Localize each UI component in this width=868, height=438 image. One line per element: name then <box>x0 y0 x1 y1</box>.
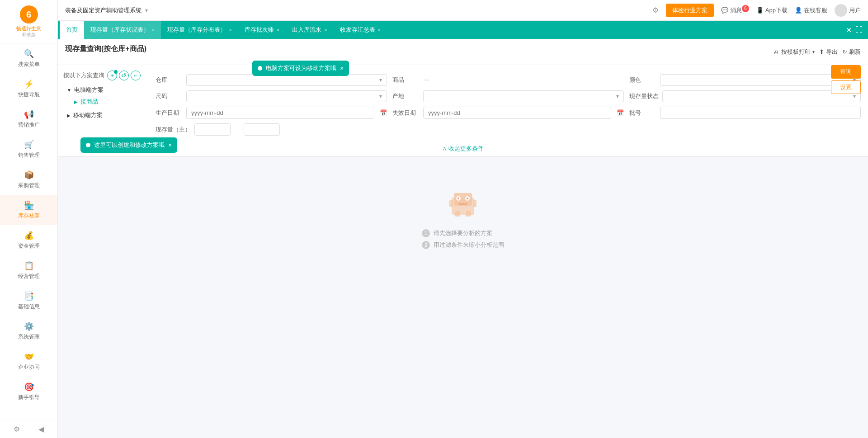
filter-stock-status: 现存量状态 ▾ <box>629 90 861 102</box>
desktop-scheme-group[interactable]: ▼ 电脑端方案 <box>63 84 142 96</box>
close-all-tabs-btn[interactable]: ✕ <box>846 26 852 34</box>
filter-stock-qty: 现存量（主） — <box>156 123 389 136</box>
batch-input[interactable] <box>660 107 861 119</box>
scheme-header: 按以下方案查询 + ↺ ← <box>63 71 142 80</box>
basicinfo-icon: 📑 <box>24 291 34 301</box>
sidebar: 6 畅通好生意 标准版 🔍 搜索菜单 ⚡ 快捷导航 📢 营销推广 🛒 销售管理 … <box>0 0 58 438</box>
expiry-date-calendar-icon[interactable]: 📅 <box>617 109 624 116</box>
sidebar-item-search[interactable]: 🔍 搜索菜单 <box>0 43 57 74</box>
header-right: 💬 消息 6 📱 App下载 👤 在线客服 用户 <box>721 4 861 17</box>
tab-inventory-batch[interactable]: 库存批次账 × <box>238 21 286 39</box>
settings-btn[interactable]: 设置 <box>831 80 861 94</box>
tab-inventory-status[interactable]: 现存量（库存状况表） × <box>84 21 161 39</box>
sidebar-settings-btn[interactable]: ⚙ <box>14 425 20 433</box>
svg-rect-9 <box>455 211 460 217</box>
refresh-icon: ↻ <box>842 48 847 55</box>
sidebar-item-operation[interactable]: 📋 经营管理 <box>0 255 57 286</box>
tooltip-dot-1 <box>258 66 262 71</box>
stock-qty-max-input[interactable] <box>244 123 280 136</box>
enterprise-icon: 🤝 <box>24 352 34 362</box>
sidebar-item-guide[interactable]: 🎯 新手引导 <box>0 377 57 407</box>
filter-row-4: 现存量（主） — <box>156 123 861 136</box>
print-btn[interactable]: 🖨 按模板打印 ▾ <box>774 48 815 56</box>
purchase-icon: 📦 <box>24 170 34 180</box>
filter-wrapper: 按以下方案查询 + ↺ ← <box>58 65 868 141</box>
system-icon: ⚙️ <box>24 321 34 331</box>
trial-btn[interactable]: 体验行业方案 <box>666 4 714 17</box>
service-icon: 👤 <box>795 7 802 14</box>
header-settings-icon[interactable]: ⚙ <box>652 6 659 14</box>
filter-add-btns: + ↺ ← <box>107 71 141 80</box>
filter-production-date: 生产日期 📅 <box>156 107 387 119</box>
user-area[interactable]: 用户 <box>835 4 861 17</box>
sidebar-item-purchase[interactable]: 📦 采购管理 <box>0 165 57 195</box>
tab-close-receipt-summary[interactable]: × <box>378 27 381 33</box>
sidebar-item-inventory[interactable]: 🏪 库存核算 <box>0 195 57 225</box>
sidebar-item-system[interactable]: ⚙️ 系统管理 <box>0 316 57 346</box>
system-name: 装备及固定资产辅助管理系统 <box>65 6 142 14</box>
add-scheme-btn[interactable]: + <box>107 71 117 80</box>
export-btn[interactable]: ⬆ 导出 <box>819 48 838 56</box>
tooltip-create-scheme: 这里可以创建和修改方案哦 × <box>80 137 177 153</box>
phone-icon: 📱 <box>756 7 764 14</box>
range-dash: — <box>234 126 240 133</box>
logo-area: 6 畅通好生意 标准版 <box>0 0 57 43</box>
search-icon: 🔍 <box>24 49 34 59</box>
fullscreen-btn[interactable]: ⛶ <box>855 26 863 34</box>
page-content: 现存量查询(按仓库+商品) 🖨 按模板打印 ▾ ⬆ 导出 ↻ 刷新 <box>58 39 868 438</box>
filter-product: 商品 ··· <box>392 76 624 84</box>
production-date-input[interactable] <box>186 107 374 119</box>
search-btn[interactable]: 查询 <box>831 65 861 79</box>
tab-close-inventory-batch[interactable]: × <box>277 27 279 33</box>
sidebar-item-quick-nav[interactable]: ⚡ 快捷导航 <box>0 74 57 104</box>
tab-close-inventory-status[interactable]: × <box>152 27 155 33</box>
main-area: 装备及固定资产辅助管理系统 ▾ ⚙ 体验行业方案 💬 消息 6 📱 App下载 … <box>58 0 868 438</box>
expiry-date-input[interactable] <box>423 107 611 119</box>
top-header: 装备及固定资产辅助管理系统 ▾ ⚙ 体验行业方案 💬 消息 6 📱 App下载 … <box>58 0 868 21</box>
tab-close-inventory-dist[interactable]: × <box>229 27 231 33</box>
sidebar-item-finance[interactable]: 💰 资金管理 <box>0 225 57 255</box>
sidebar-item-sales[interactable]: 🛒 销售管理 <box>0 134 57 165</box>
mobile-scheme-group[interactable]: ▶ 移动端方案 <box>63 109 142 121</box>
system-dropdown-arrow[interactable]: ▾ <box>145 7 148 14</box>
sidebar-item-marketing[interactable]: 📢 营销推广 <box>0 104 57 134</box>
filter-rows: 仓库 ▾ 商品 ··· 颜色 <box>156 74 861 136</box>
sidebar-item-basic-info[interactable]: 📑 基础信息 <box>0 286 57 316</box>
stock-qty-min-input[interactable] <box>194 123 231 136</box>
filter-batch: 批号 <box>629 107 861 119</box>
desktop-scheme-item-0[interactable]: ▶ 接商品 <box>71 96 142 108</box>
warehouse-select-arrow: ▾ <box>379 77 382 83</box>
tab-home[interactable]: 首页 <box>60 21 84 39</box>
tab-receipt-summary[interactable]: 收发存汇总表 × <box>334 21 387 39</box>
size-select[interactable]: ▾ <box>186 90 387 102</box>
filter-size: 尺码 ▾ <box>156 90 387 102</box>
back-scheme-btn[interactable]: ← <box>131 71 141 80</box>
size-select-arrow: ▾ <box>379 93 382 99</box>
empty-icon <box>445 184 481 220</box>
message-btn[interactable]: 💬 消息 6 <box>721 6 749 14</box>
message-badge: 6 <box>742 5 749 12</box>
marketing-icon: 📢 <box>24 109 34 119</box>
origin-select[interactable]: ▾ <box>423 90 624 102</box>
refresh-btn[interactable]: ↻ 刷新 <box>842 48 861 56</box>
production-date-calendar-icon[interactable]: 📅 <box>380 109 387 116</box>
tooltip-scheme: 电脑方案可设为移动方案哦 × <box>252 61 349 76</box>
empty-step-2: 2 用过滤条件来缩小分析范围 <box>422 239 504 251</box>
refresh-scheme-btn[interactable]: ↺ <box>119 71 129 80</box>
app-download-btn[interactable]: 📱 App下载 <box>756 6 788 14</box>
desktop-scheme-arrow: ▼ <box>67 88 71 93</box>
tab-inventory-dist[interactable]: 现存量（库存分布表） × <box>161 21 238 39</box>
tooltip2-close-btn[interactable]: × <box>168 141 172 149</box>
tooltip1-close-btn[interactable]: × <box>340 65 344 72</box>
sidebar-nav: 🔍 搜索菜单 ⚡ 快捷导航 📢 营销推广 🛒 销售管理 📦 采购管理 🏪 库存核… <box>0 43 57 420</box>
sidebar-item-enterprise[interactable]: 🤝 企业协同 <box>0 346 57 377</box>
collapse-bar[interactable]: ∧ 收起更多条件 <box>58 141 868 157</box>
tab-in-out-flow[interactable]: 出入库流水 × <box>286 21 333 39</box>
scheme-list: ▼ 电脑端方案 ▶ 接商品 ▶ 移动端方案 <box>63 84 142 121</box>
online-service-btn[interactable]: 👤 在线客服 <box>795 6 827 14</box>
tab-close-in-out-flow[interactable]: × <box>324 27 327 33</box>
sidebar-collapse-btn[interactable]: ◀ <box>38 425 44 433</box>
message-icon: 💬 <box>721 7 728 14</box>
sales-icon: 🛒 <box>24 140 34 150</box>
filter-row-2: 尺码 ▾ 产地 ▾ <box>156 90 861 102</box>
